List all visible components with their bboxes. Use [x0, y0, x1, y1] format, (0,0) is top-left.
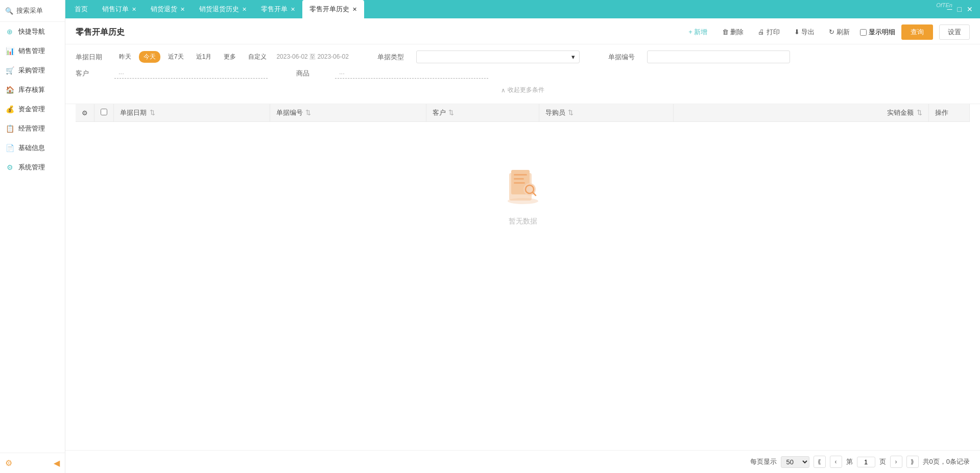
tab-retail-open[interactable]: 零售开单 ✕ — [254, 0, 302, 18]
custom-btn[interactable]: 自定义 — [244, 51, 271, 63]
week7-btn[interactable]: 近7天 — [163, 51, 188, 63]
sidebar-item-quick-nav[interactable]: ⊕ 快捷导航 — [0, 22, 65, 41]
table-header-row: ⚙ 单据日期 ⇅ 单据编号 ⇅ — [76, 104, 970, 122]
prev-page-btn[interactable]: ‹ — [830, 456, 842, 468]
empty-icon — [500, 163, 546, 209]
page-number-input[interactable] — [857, 457, 875, 467]
table-settings-icon[interactable]: ⚙ — [82, 109, 88, 117]
refresh-button[interactable]: ↻ 刷新 — [825, 26, 854, 39]
sidebar-search[interactable]: 🔍 搜索采单 — [0, 0, 65, 22]
sidebar-item-operations-label: 经营管理 — [18, 124, 45, 133]
export-button[interactable]: ⬇ 导出 — [790, 26, 819, 39]
tab-retail-open-history[interactable]: 零售开单历史 ✕ — [302, 0, 364, 18]
collapse-up-icon: ∧ — [501, 87, 506, 94]
page-size-select[interactable]: 50 10 20 100 — [781, 456, 809, 468]
tab-sales-return-history-close[interactable]: ✕ — [242, 6, 247, 13]
sidebar-item-sales-mgmt-label: 销售管理 — [18, 46, 45, 56]
window-close-icon[interactable]: ✕ — [967, 5, 973, 13]
display-detail-input[interactable] — [860, 29, 867, 36]
tab-sales-return-label: 销货退货 — [151, 5, 177, 14]
svg-rect-5 — [514, 182, 525, 184]
tab-sales-return-history[interactable]: 销货退货历史 ✕ — [192, 0, 254, 18]
last-page-btn[interactable]: ⟫ — [906, 456, 919, 468]
collapse-sidebar-icon[interactable]: ◀ — [54, 458, 60, 468]
th-amount[interactable]: 实销金额 ⇅ — [674, 104, 929, 122]
system-icon: ⚙ — [5, 163, 14, 171]
sort-date-icon: ⇅ — [150, 109, 155, 116]
sidebar-item-operations[interactable]: 📋 经营管理 — [0, 119, 65, 138]
sort-salesperson-icon: ⇅ — [568, 109, 573, 116]
th-checkbox[interactable] — [94, 104, 114, 122]
today-btn[interactable]: 今天 — [139, 51, 160, 63]
sort-amount-icon: ⇅ — [917, 109, 922, 116]
search-icon: 🔍 — [5, 7, 13, 15]
collapse-filter-btn[interactable]: ∧ 收起更多条件 — [76, 84, 970, 97]
next-page-btn[interactable]: › — [890, 456, 902, 468]
add-button[interactable]: + 新增 — [684, 26, 711, 39]
sidebar-item-finance-label: 资金管理 — [18, 105, 45, 114]
filter-area: 单据日期 昨天 今天 近7天 近1月 更多 自定义 2023-06-02 至 2… — [65, 44, 980, 104]
th-customer[interactable]: 客户 ⇅ — [426, 104, 539, 122]
window-maximize-icon[interactable]: □ — [958, 5, 962, 13]
page-unit: 页 — [879, 457, 886, 466]
svg-rect-3 — [514, 174, 527, 176]
sidebar-bottom: ⚙ ◀ — [0, 453, 65, 473]
sales-mgmt-icon: 📊 — [5, 47, 14, 55]
toolbar: + 新增 🗑 删除 🖨 打印 ⬇ 导出 ↻ 刷新 显示明细 查询 设置 — [684, 24, 970, 40]
th-number[interactable]: 单据编号 ⇅ — [270, 104, 426, 122]
customer-filter-input[interactable]: ··· — [114, 68, 268, 79]
display-detail-label: 显示明细 — [869, 28, 895, 37]
delete-button[interactable]: 🗑 删除 — [718, 26, 748, 39]
tab-sales-order-close[interactable]: ✕ — [132, 6, 136, 13]
sidebar-item-system[interactable]: ⚙ 系统管理 — [0, 158, 65, 177]
tab-home[interactable]: 首页 — [67, 0, 95, 18]
goods-placeholder: ··· — [339, 69, 345, 77]
th-salesperson[interactable]: 导购员 ⇅ — [539, 104, 673, 122]
settings-button[interactable]: 设置 — [939, 24, 970, 40]
number-filter-input[interactable] — [647, 51, 790, 63]
month1-btn[interactable]: 近1月 — [192, 51, 217, 63]
sidebar-item-purchase-mgmt[interactable]: 🛒 采购管理 — [0, 61, 65, 80]
sidebar-item-system-label: 系统管理 — [18, 163, 45, 172]
date-range-display: 2023-06-02 至 2023-06-02 — [276, 53, 348, 61]
tab-retail-open-history-close[interactable]: ✕ — [352, 6, 357, 13]
main-area: 首页 销售订单 ✕ 销货退货 ✕ 销货退货历史 ✕ 零售开单 ✕ 零售开单历史 … — [65, 0, 980, 473]
finance-icon: 💰 — [5, 105, 14, 113]
sidebar-search-label: 搜索采单 — [16, 6, 43, 15]
sidebar-item-sales-mgmt[interactable]: 📊 销售管理 — [0, 41, 65, 61]
th-actions: 操作 — [929, 104, 970, 122]
basic-info-icon: 📄 — [5, 144, 14, 152]
quick-nav-icon: ⊕ — [5, 28, 14, 36]
print-button[interactable]: 🖨 打印 — [754, 26, 784, 39]
customer-filter-label: 客户 — [76, 69, 106, 78]
th-settings[interactable]: ⚙ — [76, 104, 94, 122]
settings-gear-icon[interactable]: ⚙ — [5, 458, 12, 468]
tab-retail-open-close[interactable]: ✕ — [291, 6, 295, 13]
first-page-btn[interactable]: ⟪ — [814, 456, 826, 468]
collapse-label: 收起更多条件 — [508, 86, 544, 94]
sidebar-item-inventory[interactable]: 🏠 库存核算 — [0, 80, 65, 99]
display-detail-checkbox[interactable]: 显示明细 — [860, 28, 895, 37]
pagination: 每页显示 50 10 20 100 ⟪ ‹ 第 页 › ⟫ 共0页，0条记录 — [65, 450, 980, 473]
more-btn[interactable]: 更多 — [219, 51, 241, 63]
th-date[interactable]: 单据日期 ⇅ — [114, 104, 270, 122]
yesterday-btn[interactable]: 昨天 — [114, 51, 136, 63]
tabs-list: 首页 销售订单 ✕ 销货退货 ✕ 销货退货历史 ✕ 零售开单 ✕ 零售开单历史 … — [67, 0, 364, 18]
select-all-checkbox[interactable] — [101, 109, 107, 115]
content-area: 零售开单历史 + 新增 🗑 删除 🖨 打印 ⬇ 导出 ↻ 刷新 显示明细 查询 … — [65, 18, 980, 473]
query-button[interactable]: 查询 — [901, 24, 933, 40]
tab-home-label: 首页 — [75, 5, 88, 14]
tab-sales-order-label: 销售订单 — [102, 5, 129, 14]
sidebar-item-basic-info[interactable]: 📄 基础信息 — [0, 138, 65, 158]
tab-sales-return[interactable]: 销货退货 ✕ — [144, 0, 192, 18]
purchase-mgmt-icon: 🛒 — [5, 66, 14, 74]
goods-filter-input[interactable]: ··· — [335, 68, 488, 79]
often-label: OfTEn — [936, 2, 952, 8]
sidebar-item-finance[interactable]: 💰 资金管理 — [0, 99, 65, 119]
empty-text: 暂无数据 — [509, 217, 537, 226]
tab-sales-return-close[interactable]: ✕ — [180, 6, 185, 13]
type-filter-select[interactable]: ▾ — [416, 51, 580, 63]
tabs-bar: 首页 销售订单 ✕ 销货退货 ✕ 销货退货历史 ✕ 零售开单 ✕ 零售开单历史 … — [65, 0, 980, 18]
tab-sales-order[interactable]: 销售订单 ✕ — [95, 0, 144, 18]
main-table: ⚙ 单据日期 ⇅ 单据编号 ⇅ — [76, 104, 970, 122]
